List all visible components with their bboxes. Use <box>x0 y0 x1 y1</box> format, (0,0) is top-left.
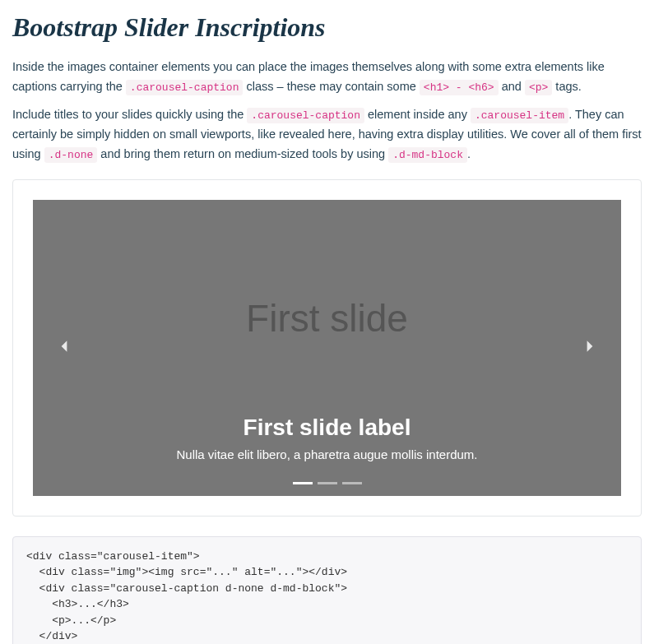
intro-paragraph-2: Include titles to your slides quickly us… <box>12 105 642 164</box>
carousel-example-container: First slide First slide label Nulla vita… <box>12 179 642 517</box>
page-title: Bootstrap Slider Inscriptions <box>12 12 642 43</box>
chevron-right-icon <box>582 337 597 358</box>
code-p-tag: <p> <box>525 80 552 95</box>
slide-placeholder-text: First slide <box>246 296 408 341</box>
carousel-next-button[interactable] <box>573 337 606 359</box>
code-heading-tags: <h1> - <h6> <box>420 80 499 95</box>
code-carousel-item: .carousel-item <box>471 108 568 123</box>
text: tags. <box>552 80 581 93</box>
carousel-prev-button[interactable] <box>48 337 81 359</box>
carousel[interactable]: First slide First slide label Nulla vita… <box>33 200 621 496</box>
carousel-indicators <box>293 482 362 484</box>
caption-title: First slide label <box>92 415 563 441</box>
text: element inside any <box>364 108 471 121</box>
code-d-md-block: .d-md-block <box>388 147 467 163</box>
text: Include titles to your slides quickly us… <box>12 108 247 121</box>
text: . <box>467 147 471 160</box>
code-carousel-caption: .carousel-caption <box>126 80 244 95</box>
carousel-indicator-2[interactable] <box>318 482 337 484</box>
code-carousel-caption: .carousel-caption <box>247 108 364 123</box>
carousel-caption: First slide label Nulla vitae elit liber… <box>92 415 563 461</box>
code-d-none: .d-none <box>44 147 98 163</box>
carousel-indicator-3[interactable] <box>342 482 362 484</box>
chevron-left-icon <box>57 337 72 358</box>
code-example-block: <div class="carousel-item"> <div class="… <box>12 536 642 644</box>
text: and bring them return on medium-sized to… <box>97 147 388 160</box>
text: class – these may contain some <box>243 80 419 93</box>
intro-paragraph-1: Inside the images container elements you… <box>12 58 642 97</box>
text: and <box>499 80 525 93</box>
caption-subtitle: Nulla vitae elit libero, a pharetra augu… <box>92 447 563 461</box>
carousel-indicator-1[interactable] <box>293 482 313 484</box>
